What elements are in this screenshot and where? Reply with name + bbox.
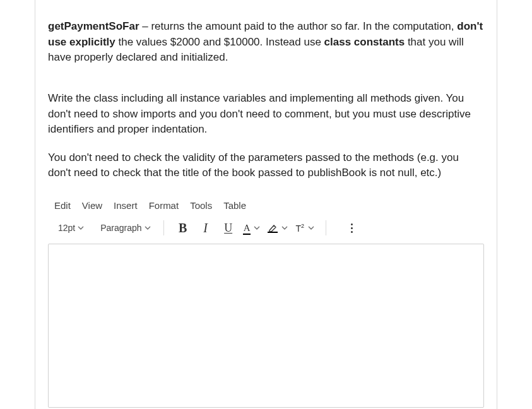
answer-textarea[interactable] [48, 244, 484, 408]
text-color-button[interactable]: A [241, 218, 263, 237]
rich-text-editor: Edit View Insert Format Tools Table 12pt… [48, 194, 484, 408]
font-size-dropdown[interactable]: 12pt [54, 220, 88, 235]
chevron-down-icon [78, 225, 84, 231]
chevron-down-icon [145, 225, 151, 231]
italic-button[interactable]: I [196, 218, 216, 237]
text-color-icon: A [244, 223, 251, 233]
menu-view[interactable]: View [82, 200, 102, 211]
kebab-dot-icon [351, 227, 353, 229]
toolbar-divider [163, 220, 164, 235]
menu-format[interactable]: Format [149, 200, 179, 211]
highlight-color-button[interactable] [265, 218, 290, 237]
menu-tools[interactable]: Tools [190, 200, 212, 211]
superscript-icon: T2 [295, 223, 304, 234]
underline-button[interactable]: U [218, 218, 239, 237]
menu-table[interactable]: Table [223, 200, 246, 211]
chevron-down-icon [281, 225, 288, 231]
question-paragraph-1: getPaymentSoFar – returns the amount pai… [48, 19, 484, 66]
editor-toolbar: 12pt Paragraph B I U A [48, 216, 484, 244]
block-format-dropdown[interactable]: Paragraph [97, 220, 154, 235]
font-size-label: 12pt [58, 223, 75, 233]
underline-icon: U [224, 222, 232, 235]
block-format-label: Paragraph [100, 223, 141, 233]
question-paragraph-2: Write the class including all instance v… [48, 91, 484, 138]
bold-button[interactable]: B [173, 218, 193, 237]
question-paragraph-3: You don't need to check the validity of … [48, 150, 484, 181]
more-options-button[interactable] [344, 219, 359, 237]
superscript-button[interactable]: T2 [293, 218, 317, 237]
kebab-dot-icon [351, 231, 353, 233]
menu-edit[interactable]: Edit [54, 200, 71, 211]
highlight-icon [268, 223, 278, 233]
emphasis-class-constants: class constants [324, 36, 405, 48]
method-name: getPaymentSoFar [48, 20, 139, 32]
editor-menubar: Edit View Insert Format Tools Table [48, 194, 484, 216]
chevron-down-icon [254, 225, 260, 231]
chevron-down-icon [308, 225, 314, 231]
kebab-dot-icon [351, 223, 353, 225]
toolbar-divider [326, 220, 326, 235]
menu-insert[interactable]: Insert [114, 200, 138, 211]
